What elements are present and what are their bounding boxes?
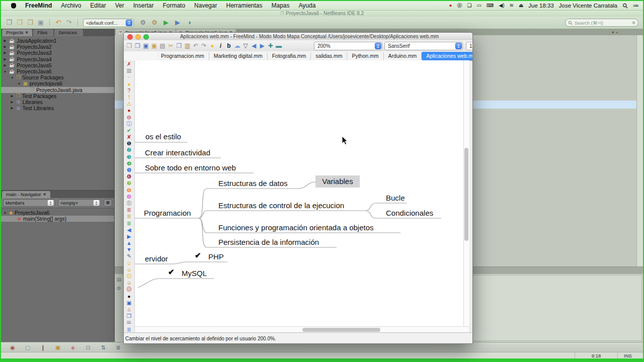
- number-0-icon[interactable]: ⓪: [124, 200, 134, 207]
- zoom-out-icon[interactable]: ▬: [276, 42, 282, 49]
- output-settings-icon[interactable]: ⚙: [117, 286, 121, 291]
- smiley-oh-icon[interactable]: ☺: [124, 280, 134, 286]
- filter-dropdown[interactable]: <empty> ▲▼: [58, 199, 101, 207]
- mail-icon[interactable]: ✉: [124, 319, 134, 326]
- tree-row[interactable]: ▼ ◆ ProyectoJava6: [1, 210, 114, 216]
- node-funciones-poo[interactable]: Funciones y programación orientada a obj…: [218, 223, 374, 232]
- filter-icon[interactable]: ▽: [243, 42, 249, 49]
- minimize-window-icon[interactable]: [135, 34, 141, 40]
- traffic-green-icon[interactable]: ≣: [124, 220, 134, 227]
- map-tab[interactable]: Arduino.mm: [384, 52, 422, 60]
- menubar-clock[interactable]: Jue 18:33: [528, 3, 554, 9]
- number-6-icon[interactable]: ❻: [124, 173, 134, 180]
- panel-tab[interactable]: Projects ✖: [2, 29, 32, 36]
- warning-icon[interactable]: ⚠: [124, 101, 134, 107]
- traffic-red-icon[interactable]: ≣: [124, 207, 134, 213]
- debug-project-icon[interactable]: ▶: [174, 19, 181, 26]
- idea-bulb-icon[interactable]: ●: [124, 81, 134, 87]
- profile-project-icon[interactable]: ◑: [186, 19, 193, 26]
- tree-row[interactable]: ▶ ☕ ProyectoJava5: [1, 62, 114, 68]
- node-programacion[interactable]: Programacion: [144, 209, 191, 217]
- bookmark-icon[interactable]: ▢: [24, 344, 31, 351]
- caret-icon[interactable]: ❙: [39, 344, 46, 351]
- save-as-icon[interactable]: ▣: [151, 42, 157, 49]
- tree-row[interactable]: ▼ ☕ ProyectoJava6: [1, 68, 114, 74]
- menubar-user[interactable]: Jose Vicente Carratala: [559, 3, 617, 9]
- vertical-scrollbar[interactable]: [463, 60, 469, 326]
- save-all-icon[interactable]: ▣: [37, 19, 44, 26]
- bootcamp-icon[interactable]: Ⓑ: [457, 3, 462, 8]
- undo-icon[interactable]: ↶: [55, 19, 62, 26]
- navigator-grid-button[interactable]: ▦: [104, 199, 112, 207]
- map-tab[interactable]: Python.mm: [347, 52, 383, 60]
- number-5-icon[interactable]: ❺: [124, 167, 134, 173]
- tree-row[interactable]: ▶ ☕ ProyectoJava3: [1, 50, 114, 56]
- tree-row[interactable]: ▶ ☕ ProyectoJava4: [1, 56, 114, 62]
- node-estructuras-de-control[interactable]: Estructuras de control de la ejecucion: [218, 201, 344, 210]
- panel-tab[interactable]: Services: [54, 29, 83, 36]
- expander-icon[interactable]: ▶: [3, 51, 7, 55]
- back-icon[interactable]: ◀: [251, 42, 257, 49]
- number-7-icon[interactable]: ❼: [124, 180, 134, 187]
- new-map-icon[interactable]: ❐: [126, 42, 132, 49]
- list-icon[interactable]: ≣: [115, 344, 122, 351]
- lock-icon[interactable]: ▣: [54, 344, 61, 351]
- map-tab[interactable]: Programacion.mm: [156, 52, 209, 60]
- map-tab[interactable]: Marketing digital.mm: [209, 52, 268, 60]
- cut-icon[interactable]: ✂: [168, 42, 174, 49]
- number-1-icon[interactable]: ❶: [124, 140, 134, 147]
- build-project-icon[interactable]: ⚙: [139, 19, 146, 26]
- zoom-window-icon[interactable]: [143, 34, 149, 40]
- menubar-menu[interactable]: Insertar: [129, 2, 158, 9]
- breakpoint-icon[interactable]: ◉: [9, 344, 16, 351]
- monitor-icon[interactable]: ▭: [477, 3, 481, 8]
- new-project-icon[interactable]: ❒: [16, 19, 23, 26]
- editor-tablist-icon[interactable]: ▾: [612, 30, 614, 35]
- apple-icon[interactable]: [11, 3, 16, 9]
- tree-row[interactable]: ▼ ❒ Source Packages: [1, 74, 114, 80]
- tree-row[interactable]: ▶ ☕ ProyectoJava2: [1, 44, 114, 50]
- forward-icon[interactable]: ▶: [259, 42, 265, 49]
- save-map-icon[interactable]: ▣: [143, 42, 149, 49]
- panel-tab[interactable]: Files: [33, 29, 53, 36]
- horizontal-scrollbar-thumb[interactable]: [302, 328, 380, 332]
- tree-row[interactable]: ◉ main(String[] args): [1, 216, 114, 222]
- redo-icon[interactable]: ↷: [65, 19, 72, 26]
- node-crear-interactividad[interactable]: Crear interactividad: [145, 148, 210, 157]
- smiley-sad-icon[interactable]: ☹: [124, 273, 134, 280]
- menubar-menu[interactable]: Editar: [86, 2, 110, 9]
- pencil-icon[interactable]: ✎: [124, 253, 134, 259]
- help-icon[interactable]: ?: [124, 87, 134, 94]
- expander-icon[interactable]: ▶: [3, 45, 7, 49]
- members-dropdown[interactable]: Members ▲▼: [3, 199, 55, 207]
- italic-icon[interactable]: i: [218, 42, 224, 49]
- menubar-menu[interactable]: FreeMind: [21, 2, 56, 9]
- clean-build-icon[interactable]: ⚙: [151, 19, 158, 26]
- smiley-happy-icon[interactable]: ☺: [124, 260, 134, 266]
- idea-icon[interactable]: ●: [209, 42, 215, 49]
- number-3-icon[interactable]: ❸: [124, 154, 134, 160]
- menubar-menu[interactable]: Mapas: [267, 2, 294, 9]
- expander-icon[interactable]: ▼: [3, 70, 7, 73]
- output-clear-icon[interactable]: ▤: [117, 277, 121, 282]
- node-mysql[interactable]: MySQL: [182, 269, 207, 278]
- important-icon[interactable]: !: [124, 94, 134, 101]
- spotlight-icon[interactable]: [622, 3, 628, 9]
- menubar-menu[interactable]: Formato: [158, 2, 190, 9]
- info-icon[interactable]: ⓘ: [124, 121, 134, 127]
- node-sobre-todo-entorno-web[interactable]: Sobre todo en entorno web: [145, 163, 236, 172]
- new-file-icon[interactable]: ❐: [6, 19, 13, 26]
- wifi-icon[interactable]: ≋: [510, 3, 514, 8]
- zoom-in-icon[interactable]: ✚: [268, 42, 274, 49]
- expander-icon[interactable]: ▼: [17, 82, 21, 85]
- expander-icon[interactable]: ▶: [10, 94, 14, 98]
- menubar-menu[interactable]: Ayuda: [294, 2, 320, 9]
- vertical-scrollbar-thumb[interactable]: [464, 148, 468, 241]
- mindmap-canvas[interactable]: os el estilo Crear interactividad Sobre …: [135, 60, 463, 326]
- arrow-back-icon[interactable]: ◀: [124, 227, 134, 233]
- ok-icon[interactable]: ✔: [124, 127, 134, 134]
- tree-row[interactable]: ▼ ▦ proyectojava6: [1, 80, 114, 86]
- arrow-forward-icon[interactable]: ▶: [124, 233, 134, 240]
- node-condicionales[interactable]: Condicionales: [386, 209, 433, 217]
- bomb-icon[interactable]: ●: [124, 293, 134, 300]
